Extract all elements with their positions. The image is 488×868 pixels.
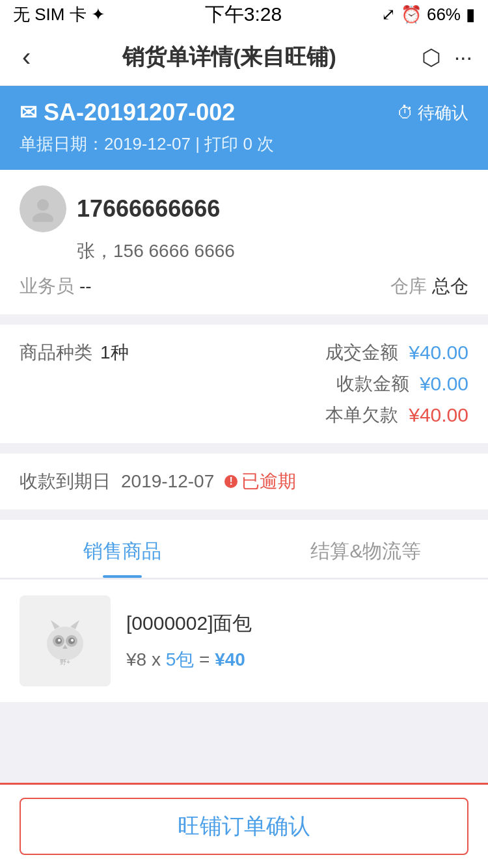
status-text: 待确认 xyxy=(418,102,468,124)
status-right: ⤢ ⏰ 66% ▮ xyxy=(381,5,475,25)
tab-sales[interactable]: 销售商品 xyxy=(0,520,244,578)
category-value: 1种 xyxy=(100,340,129,365)
sim-indicator: 无 SIM 卡 ✦ xyxy=(13,3,105,26)
customer-name: 张，156 6666 6666 xyxy=(20,239,468,264)
overdue-badge: ! 已逾期 xyxy=(224,469,296,494)
customer-phone: 17666666666 xyxy=(77,195,220,223)
status-bar: 无 SIM 卡 ✦ 下午3:28 ⤢ ⏰ 66% ▮ xyxy=(0,0,488,29)
more-button[interactable]: ··· xyxy=(454,44,472,70)
overdue-icon: ! xyxy=(224,475,237,488)
tabs-section: 销售商品 结算&物流等 xyxy=(0,520,488,578)
tab-settle-label: 结算&物流等 xyxy=(310,540,421,562)
nav-actions: ⬡ ··· xyxy=(422,44,472,70)
amount-label-3: 本单欠款 xyxy=(325,403,398,427)
order-status: ⏱ 待确认 xyxy=(397,102,468,124)
status-time: 下午3:28 xyxy=(205,1,282,28)
header-top-row: ✉ SA-20191207-002 ⏱ 待确认 xyxy=(20,99,468,126)
status-left: 无 SIM 卡 ✦ xyxy=(13,3,105,26)
amount-value-2: ¥0.00 xyxy=(420,373,468,395)
customer-info-row: 业务员 -- 仓库 总仓 xyxy=(20,274,468,299)
due-date-value: 2019-12-07 xyxy=(121,471,214,492)
overdue-text: 已逾期 xyxy=(241,469,296,494)
sales-rep-label: 业务员 xyxy=(20,274,74,299)
tab-settle[interactable]: 结算&物流等 xyxy=(244,520,488,578)
equals-sign: = xyxy=(194,649,215,670)
order-id: ✉ SA-20191207-002 xyxy=(20,99,235,126)
battery-icon: ▮ xyxy=(466,5,475,25)
page-title: 销货单详情(来自旺铺) xyxy=(122,42,336,72)
product-section: 野+ [0000002]面包 ¥8 x 5包 = ¥40 xyxy=(0,580,488,702)
confirm-order-button[interactable]: 旺铺订单确认 xyxy=(20,798,468,855)
product-total: ¥40 xyxy=(215,649,245,670)
svg-point-8 xyxy=(71,639,74,642)
battery-indicator: 66% xyxy=(427,5,461,25)
tabs-row: 销售商品 结算&物流等 xyxy=(0,520,488,578)
bottom-bar: 旺铺订单确认 xyxy=(0,783,488,868)
summary-right: 成交金额 ¥40.00 收款金额 ¥0.00 本单欠款 ¥40.00 xyxy=(325,340,468,427)
tab-sales-label: 销售商品 xyxy=(83,540,161,562)
amount-line-2: 收款金额 ¥0.00 xyxy=(336,372,468,396)
summary-section: 商品种类 1种 成交金额 ¥40.00 收款金额 ¥0.00 本单欠款 ¥40.… xyxy=(0,325,488,443)
location-icon: ⤢ xyxy=(381,5,396,25)
category-label: 商品种类 xyxy=(20,340,92,365)
status-clock-icon: ⏱ xyxy=(397,103,414,123)
warehouse-value: 总仓 xyxy=(432,274,468,299)
order-icon: ✉ xyxy=(20,100,37,125)
due-date-section: 收款到期日 2019-12-07 ! 已逾期 xyxy=(0,454,488,509)
avatar xyxy=(20,185,66,232)
due-date-label: 收款到期日 xyxy=(20,469,111,494)
back-button[interactable]: ‹ xyxy=(16,36,37,78)
product-info: [0000002]面包 ¥8 x 5包 = ¥40 xyxy=(126,610,468,672)
order-date: 单据日期：2019-12-07 | 打印 0 次 xyxy=(20,133,468,156)
product-name: [0000002]面包 xyxy=(126,610,468,637)
share-button[interactable]: ⬡ xyxy=(422,44,441,70)
amount-label-1: 成交金额 xyxy=(325,340,398,365)
product-price: ¥8 x 5包 = ¥40 xyxy=(126,647,468,672)
svg-point-7 xyxy=(58,639,61,642)
amount-line-3: 本单欠款 ¥40.00 xyxy=(325,403,468,427)
order-id-text: SA-20191207-002 xyxy=(44,99,235,126)
warehouse-label: 仓库 xyxy=(390,274,427,299)
price-prefix: ¥8 x xyxy=(126,649,166,670)
alarm-icon: ⏰ xyxy=(401,5,422,25)
amount-label-2: 收款金额 xyxy=(336,372,409,396)
amount-value-1: ¥40.00 xyxy=(409,342,468,364)
sales-rep-value: -- xyxy=(79,276,92,297)
order-header-card: ✉ SA-20191207-002 ⏱ 待确认 单据日期：2019-12-07 … xyxy=(0,86,488,170)
svg-point-1 xyxy=(33,213,53,222)
svg-point-0 xyxy=(37,199,49,211)
customer-section: 17666666666 张，156 6666 6666 业务员 -- 仓库 总仓 xyxy=(0,170,488,314)
customer-row: 17666666666 xyxy=(20,185,468,232)
amount-value-3: ¥40.00 xyxy=(409,404,468,426)
svg-point-2 xyxy=(47,627,83,660)
svg-text:野+: 野+ xyxy=(60,658,70,666)
product-qty: 5包 xyxy=(166,649,195,670)
summary-left: 商品种类 1种 xyxy=(20,340,325,365)
nav-bar: ‹ 销货单详情(来自旺铺) ⬡ ··· xyxy=(0,29,488,86)
product-thumbnail: 野+ xyxy=(20,595,111,686)
amount-line-1: 成交金额 ¥40.00 xyxy=(325,340,468,365)
